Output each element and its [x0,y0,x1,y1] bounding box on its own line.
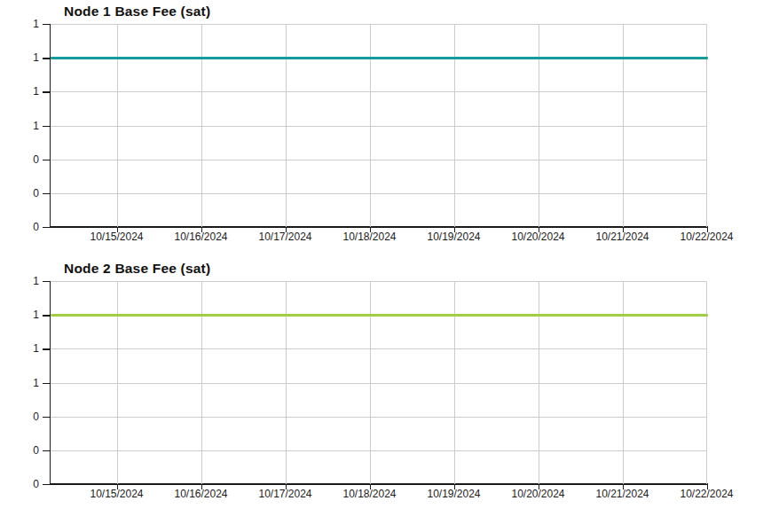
x-tick-label: 10/21/2024 [578,231,667,243]
y-tick [43,348,50,349]
y-tick-label: 1 [2,18,39,30]
v-gridline [370,24,371,227]
h-gridline [51,383,707,384]
v-gridline [117,281,118,484]
y-tick [43,417,50,418]
v-gridline [706,281,707,484]
h-gridline [51,281,707,282]
y-tick [43,126,50,127]
y-tick [43,450,50,451]
h-gridline [51,160,707,160]
v-gridline [286,24,287,227]
y-tick-label: 1 [2,377,39,389]
plot-area [51,24,707,227]
x-tick-label: 10/16/2024 [157,231,246,243]
h-gridline [51,450,707,451]
h-gridline [51,193,707,194]
x-tick-label: 10/21/2024 [578,488,667,500]
v-gridline [454,24,455,227]
y-tick [43,193,50,194]
y-tick-label: 0 [2,187,39,200]
h-gridline [51,417,707,418]
x-tick-label: 10/17/2024 [241,488,330,500]
x-tick-label: 10/19/2024 [410,488,499,500]
y-tick [43,91,50,92]
series-line [51,314,708,317]
plot-area [51,281,707,484]
y-tick-label: 1 [2,120,39,132]
chart-title: Node 2 Base Fee (sat) [64,261,210,277]
h-gridline [51,348,707,349]
charts-page: Node 1 Base Fee (sat) 111100010/15/20241… [0,0,763,532]
h-gridline [51,126,707,127]
h-gridline [51,24,707,25]
v-gridline [623,24,624,227]
y-tick-label: 1 [2,275,39,287]
y-tick-label: 1 [2,51,39,64]
v-gridline [454,281,455,484]
y-tick [43,281,50,282]
v-gridline [117,24,118,227]
v-gridline [706,24,707,227]
y-tick [43,160,50,160]
x-tick-label: 10/18/2024 [326,231,414,243]
node1-base-fee-chart: Node 1 Base Fee (sat) 111100010/15/20241… [0,0,763,257]
x-tick-label: 10/18/2024 [326,488,414,500]
x-tick-label: 10/20/2024 [494,231,583,243]
y-tick-label: 0 [2,478,39,490]
v-gridline [539,281,539,484]
x-tick-label: 10/19/2024 [410,231,499,243]
y-tick [43,24,50,25]
y-tick-label: 1 [2,85,39,98]
y-tick [43,484,50,485]
y-tick-label: 1 [2,342,39,355]
v-gridline [539,24,539,227]
v-gridline [286,281,287,484]
y-tick-label: 0 [2,221,39,233]
series-line [51,57,708,59]
y-tick-label: 0 [2,444,39,457]
x-tick-label: 10/22/2024 [663,231,751,243]
x-tick-label: 10/17/2024 [241,231,330,243]
x-tick-label: 10/22/2024 [663,488,751,500]
node2-base-fee-chart: Node 2 Base Fee (sat) 111100010/15/20241… [0,257,763,514]
v-gridline [201,281,202,484]
v-gridline [623,281,624,484]
y-tick [43,58,50,59]
y-tick-label: 0 [2,411,39,423]
x-tick-label: 10/20/2024 [494,488,583,500]
x-tick-label: 10/15/2024 [73,488,161,500]
h-gridline [51,91,707,92]
x-tick-label: 10/15/2024 [73,231,161,243]
y-tick [43,227,50,228]
y-tick-label: 1 [2,309,39,321]
y-tick [43,315,50,316]
v-gridline [201,24,202,227]
y-tick-label: 0 [2,153,39,166]
y-tick [43,383,50,384]
chart-title: Node 1 Base Fee (sat) [64,4,210,20]
x-tick-label: 10/16/2024 [157,488,246,500]
v-gridline [370,281,371,484]
